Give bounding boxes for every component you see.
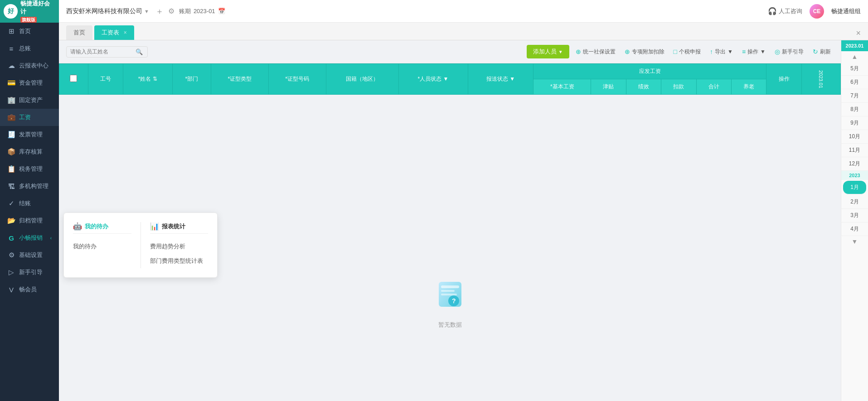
sidebar-item-tax[interactable]: 📋 税务管理 — [0, 160, 59, 178]
tab-close-icon[interactable]: × — [124, 29, 127, 36]
cal-month-2[interactable]: 2月 — [841, 195, 868, 209]
operations-icon: ≡ — [742, 48, 746, 55]
sidebar-item-basic-settings[interactable]: ⚙ 基础设置 — [0, 246, 59, 264]
sidebar-item-archive[interactable]: 📂 归档管理 — [0, 212, 59, 229]
popup-col1-title: 🤖 我的待办 — [73, 222, 131, 234]
refresh-button[interactable]: ↻ 刷新 — [810, 46, 834, 58]
invoice-icon: 🧾 — [7, 130, 15, 139]
search-input[interactable] — [70, 48, 134, 55]
cal-month-7[interactable]: 7月 — [841, 89, 868, 103]
cal-month-9[interactable]: 9月 — [841, 116, 868, 130]
tab-home-label: 首页 — [73, 29, 85, 36]
company-dropdown-icon: ▼ — [144, 9, 149, 14]
sidebar-item-label: 畅会员 — [19, 285, 37, 294]
special-deduct-button[interactable]: ⊕ 专项附加扣除 — [622, 46, 667, 58]
filter-icon[interactable]: ▼ — [443, 76, 449, 82]
th-operations: 操作 — [766, 64, 801, 95]
settings-icon: ⚙ — [7, 251, 15, 259]
sidebar-item-label: 基础设置 — [19, 251, 43, 259]
logo-sub: 旗舰版 — [20, 17, 37, 23]
social-security-label: 统一社保设置 — [583, 48, 616, 56]
sidebar-item-fund[interactable]: 💳 资金管理 — [0, 74, 59, 92]
sidebar-item-label: 新手引导 — [19, 268, 43, 276]
sidebar-logo: 好 畅捷通好会计 旗舰版 — [0, 0, 59, 23]
svg-rect-3 — [441, 294, 457, 295]
add-person-button[interactable]: 添加人员 ▼ — [527, 45, 569, 58]
tax-declaration-label: 个税申报 — [679, 48, 701, 56]
checkout-icon: ✓ — [7, 199, 15, 208]
tab-salary-table[interactable]: 工资表 × — [94, 25, 134, 40]
sidebar-item-salary[interactable]: 💼 工资 — [0, 109, 59, 126]
popup-menu: 🤖 我的待办 我的待办 📊 报表统计 — [63, 213, 218, 278]
sidebar-item-checkout[interactable]: ✓ 结账 — [0, 195, 59, 212]
company-name: 西安虾米网络科技有限公司 — [66, 7, 142, 15]
search-box: 🔍 — [66, 46, 148, 58]
sidebar-item-invoice[interactable]: 🧾 发票管理 — [0, 126, 59, 143]
add-company-button[interactable]: ＋ — [155, 6, 164, 17]
settings-button[interactable]: ⚙ — [168, 7, 175, 15]
operations-button[interactable]: ≡ 操作 ▼ — [739, 46, 768, 58]
logo-text-wrap: 畅捷通好会计 旗舰版 — [20, 0, 55, 23]
popup-col2-title: 📊 报表统计 — [150, 222, 209, 234]
sidebar-item-label: 税务管理 — [19, 165, 43, 173]
th-base-salary: *基本工资 — [533, 79, 591, 95]
sidebar-item-inventory[interactable]: 📦 库存核算 — [0, 143, 59, 160]
tab-salary-label: 工资表 — [102, 29, 119, 36]
topbar: 西安虾米网络科技有限公司 ▼ ＋ ⚙ 账期 2023-01 📅 🎧 人工咨询 C… — [59, 0, 868, 23]
sidebar-item-label: 归档管理 — [19, 217, 43, 225]
cal-year-2023-label: 2023 — [841, 171, 868, 180]
th-cert-no: *证型号码 — [268, 64, 326, 95]
sidebar-item-home[interactable]: ⊞ 首页 — [0, 23, 59, 40]
popup-item-dept-stats[interactable]: 部门费用类型统计表 — [150, 254, 209, 268]
svg-rect-1 — [441, 285, 459, 288]
service-button[interactable]: 🎧 人工咨询 — [768, 7, 802, 15]
cal-month-10[interactable]: 10月 — [841, 130, 868, 144]
cal-month-11[interactable]: 11月 — [841, 144, 868, 157]
company-selector[interactable]: 西安虾米网络科技有限公司 ▼ — [66, 7, 149, 15]
cal-month-6[interactable]: 6月 — [841, 76, 868, 89]
sidebar-item-fixed-assets[interactable]: 🏢 固定资产 — [0, 92, 59, 109]
mywork-icon: 🤖 — [73, 222, 82, 231]
th-person-status: *人员状态 ▼ — [398, 64, 468, 95]
sidebar-item-ledger[interactable]: ≡ 总账 — [0, 40, 59, 57]
cal-month-5[interactable]: 5月 — [841, 62, 868, 76]
sidebar-item-cloud-report[interactable]: ☁ 云报表中心 — [0, 57, 59, 74]
tab-close-all-icon[interactable]: × — [856, 29, 861, 38]
sidebar-item-multi-org[interactable]: 🏗 多机构管理 — [0, 178, 59, 195]
tabbar: 首页 工资表 × × — [59, 23, 868, 40]
filter-icon2[interactable]: ▼ — [509, 76, 515, 82]
popup-section: 🤖 我的待办 我的待办 📊 报表统计 — [73, 222, 208, 268]
cal-prev-button[interactable]: ▲ — [841, 51, 868, 62]
inventory-icon: 📦 — [7, 148, 15, 156]
cal-month-1[interactable]: 1月 — [843, 181, 866, 194]
salary-table-wrap: 工号 *姓名 ⇅ *部门 *证型类型 — [59, 63, 841, 205]
th-checkbox — [59, 64, 88, 95]
calendar-icon[interactable]: 📅 — [218, 8, 225, 14]
tax-icon: 📋 — [7, 165, 15, 173]
cal-next-button[interactable]: ▼ — [841, 236, 868, 247]
select-all-checkbox[interactable] — [70, 75, 77, 82]
add-person-dropdown-icon: ▼ — [558, 49, 563, 54]
tax-declaration-button[interactable]: □ 个税申报 — [671, 46, 703, 58]
sort-icon[interactable]: ⇅ — [153, 76, 157, 82]
period-value: 2023-01 — [194, 8, 215, 14]
cal-month-3[interactable]: 3月 — [841, 209, 868, 222]
social-security-button[interactable]: ⊕ 统一社保设置 — [573, 46, 618, 58]
sidebar-item-new-guide[interactable]: ▷ 新手引导 — [0, 264, 59, 281]
fund-icon: 💳 — [7, 79, 15, 87]
cal-month-8[interactable]: 8月 — [841, 103, 868, 116]
tab-home[interactable]: 首页 — [66, 25, 92, 40]
cal-month-12[interactable]: 12月 — [841, 157, 868, 171]
sidebar-item-member[interactable]: V 畅会员 — [0, 281, 59, 298]
cal-month-4[interactable]: 4月 — [841, 222, 868, 236]
sidebar-item-label: 库存核算 — [19, 148, 43, 156]
popup-item-mywork[interactable]: 我的待办 — [73, 239, 131, 254]
logo-icon: 好 — [4, 4, 18, 19]
popup-item-trend[interactable]: 费用趋势分析 — [150, 239, 209, 254]
sidebar-item-xiaochang[interactable]: G 小畅报销 ‹ — [0, 229, 59, 246]
tax-icon: □ — [674, 48, 677, 55]
export-button[interactable]: ↑ 导出 ▼ — [707, 46, 736, 58]
guide-icon: ◎ — [775, 48, 780, 55]
new-guide-button[interactable]: ◎ 新手引导 — [772, 46, 806, 58]
cloud-icon: ☁ — [7, 62, 15, 70]
